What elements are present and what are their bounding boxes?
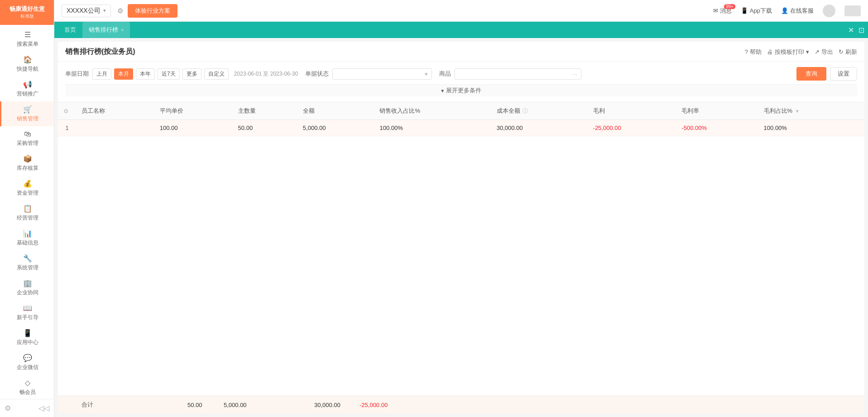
tab-home[interactable]: 首页	[58, 22, 82, 38]
topbar-gear-icon[interactable]: ⚙	[117, 7, 123, 15]
btn-7days[interactable]: 近7天	[158, 68, 180, 80]
sidebar-label-enterprise: 企业协同	[17, 289, 38, 297]
marketing-icon: 📢	[23, 80, 32, 89]
th-profit: 毛利	[588, 102, 676, 120]
tabs-right-controls: ✕ ⊡	[848, 26, 864, 34]
sidebar-item-wechat[interactable]: 💬企业微信	[0, 350, 54, 375]
sort-icon[interactable]: ▼	[795, 109, 800, 114]
tab-sales-rank-label: 销售排行榜	[89, 26, 118, 34]
print-button[interactable]: 🖨 按模板打印 ▾	[767, 48, 809, 56]
print-icon: 🖨	[767, 48, 773, 55]
collapse-icon[interactable]: ◁◁	[38, 404, 49, 412]
main-area: XXXXX公司 ▾ ⚙ 体验行业方案 ✉ 消息 99+ 📱 App下载 👤 在线…	[54, 0, 868, 417]
sidebar-label-purchase: 采购管理	[17, 139, 38, 147]
sidebar-item-inventory[interactable]: 📦库存核算	[0, 151, 54, 176]
user-name-badge[interactable]	[844, 5, 861, 16]
sidebar-item-quick-nav[interactable]: 🏠快捷导航	[0, 52, 54, 77]
th-icon: ⚙	[58, 102, 76, 120]
refresh-button[interactable]: ↻ 刷新	[839, 48, 857, 56]
trial-button[interactable]: 体验行业方案	[128, 4, 177, 18]
company-selector[interactable]: XXXXX公司 ▾	[62, 5, 111, 17]
guide-icon: 📖	[23, 304, 32, 312]
filter-buttons: 查询 设置	[796, 67, 857, 81]
column-settings-icon[interactable]: ⚙	[63, 108, 69, 115]
cost-info-icon[interactable]: ⓘ	[523, 108, 528, 114]
btn-custom-date[interactable]: 自定义	[204, 68, 229, 80]
btn-this-month[interactable]: 本月	[114, 68, 133, 80]
cell-profit-pct: 100.00%	[758, 120, 864, 136]
sidebar-item-app-center[interactable]: 📱应用中心	[0, 325, 54, 350]
footer-label: 合计	[82, 401, 101, 409]
help-button[interactable]: ? 帮助	[745, 48, 762, 56]
sidebar-label-member: 畅会员	[19, 388, 36, 396]
online-service-item[interactable]: 👤 在线客服	[781, 7, 814, 15]
date-range-text: 2023-06-01 至 2023-06-30	[234, 70, 298, 78]
message-item[interactable]: ✉ 消息 99+	[713, 7, 732, 15]
sidebar-item-basic-info[interactable]: 📊基础信息	[0, 225, 54, 250]
filter-row-1: 单据日期 上月 本月 本年 近7天 更多 自定义 2023-06-01 至 20…	[65, 67, 857, 81]
topbar: XXXXX公司 ▾ ⚙ 体验行业方案 ✉ 消息 99+ 📱 App下载 👤 在线…	[54, 0, 868, 22]
sidebar-item-operations[interactable]: 📋经营管理	[0, 201, 54, 225]
th-sales-pct: 销售收入占比%	[374, 102, 491, 120]
tab-close-window-icon[interactable]: ✕	[848, 26, 854, 34]
table-row[interactable]: 1 100.00 50.00 5,000.00 100.00% 30,000.0…	[58, 120, 864, 136]
finance-icon: 💰	[23, 179, 32, 188]
inventory-icon: 📦	[23, 154, 32, 163]
print-arrow-icon: ▾	[806, 48, 809, 55]
avatar[interactable]	[823, 5, 835, 17]
query-button[interactable]: 查询	[796, 67, 826, 81]
footer-amount: 5,000.00	[218, 402, 264, 408]
tab-sales-rank[interactable]: 销售排行榜 ×	[82, 22, 130, 38]
sidebar-label-wechat: 企业微信	[17, 364, 38, 371]
sidebar: 畅康通好生意 标准版 ☰搜索菜单🏠快捷导航📢营销推广🛒销售管理🛍采购管理📦库存核…	[0, 0, 54, 417]
sidebar-label-operations: 经营管理	[17, 214, 38, 222]
sidebar-item-purchase[interactable]: 🛍采购管理	[0, 126, 54, 151]
sidebar-label-finance: 资金管理	[17, 189, 38, 197]
goods-input[interactable]: ···	[455, 68, 581, 80]
page-header: 销售排行榜(按业务员) ? 帮助 🖨 按模板打印 ▾ ↗ 导出	[58, 42, 864, 62]
th-profit-pct: 毛利占比% ▼	[758, 102, 864, 120]
btn-prev-month[interactable]: 上月	[92, 68, 111, 80]
goods-filter-group: 商品 ···	[439, 68, 581, 80]
footer-qty: 50.00	[182, 402, 218, 408]
export-icon: ↗	[815, 48, 820, 55]
content-inner: 销售排行榜(按业务员) ? 帮助 🖨 按模板打印 ▾ ↗ 导出	[58, 42, 864, 413]
btn-this-year[interactable]: 本年	[136, 68, 155, 80]
search-order-icon: ☰	[24, 30, 31, 39]
btn-more-date[interactable]: 更多	[182, 68, 201, 80]
sidebar-item-enterprise[interactable]: 🏢企业协同	[0, 275, 54, 300]
enterprise-icon: 🏢	[23, 279, 32, 288]
sidebar-item-sales[interactable]: 🛒销售管理	[0, 101, 54, 126]
company-name: XXXXX公司	[67, 7, 101, 15]
sidebar-item-search-order[interactable]: ☰搜索菜单	[0, 27, 54, 52]
tab-close-icon[interactable]: ×	[121, 27, 124, 33]
member-icon: ◇	[25, 379, 30, 387]
app-download-label: App下载	[750, 7, 772, 15]
cell-name	[76, 120, 154, 136]
export-button[interactable]: ↗ 导出	[815, 48, 833, 56]
sidebar-item-finance[interactable]: 💰资金管理	[0, 176, 54, 201]
logo-sub: 标准版	[20, 13, 34, 19]
cell-rank: 1	[58, 120, 76, 136]
sidebar-item-member[interactable]: ◇畅会员	[0, 375, 54, 399]
help-icon: ?	[745, 48, 748, 55]
sidebar-label-guide: 新手引导	[17, 314, 38, 321]
app-center-icon: 📱	[23, 329, 32, 337]
sidebar-item-guide[interactable]: 📖新手引导	[0, 300, 54, 325]
sidebar-item-marketing[interactable]: 📢营销推广	[0, 77, 54, 101]
tab-maximize-icon[interactable]: ⊡	[858, 26, 864, 34]
set-button[interactable]: 设置	[830, 67, 857, 81]
cell-amount: 5,000.00	[297, 120, 374, 136]
settings-icon[interactable]: ⚙	[5, 404, 11, 412]
message-icon: ✉	[713, 7, 718, 14]
expand-more-row[interactable]: ▾ 展开更多条件	[65, 84, 857, 96]
goods-label: 商品	[439, 70, 451, 78]
status-select[interactable]: ▾	[332, 68, 432, 80]
table-area: ⚙ 员工名称 平均单价 主数量 全额 销售收入占比% 成本全额 ⓘ	[58, 102, 864, 396]
sidebar-bottom: ⚙ ◁◁	[0, 399, 54, 417]
sidebar-item-system[interactable]: 🔧系统管理	[0, 250, 54, 275]
sidebar-label-search-order: 搜索菜单	[17, 40, 38, 48]
app-download-item[interactable]: 📱 App下载	[741, 7, 772, 15]
page-actions: ? 帮助 🖨 按模板打印 ▾ ↗ 导出 ↻ 刷新	[745, 48, 857, 56]
status-filter-group: 单据状态 ▾	[305, 68, 432, 80]
